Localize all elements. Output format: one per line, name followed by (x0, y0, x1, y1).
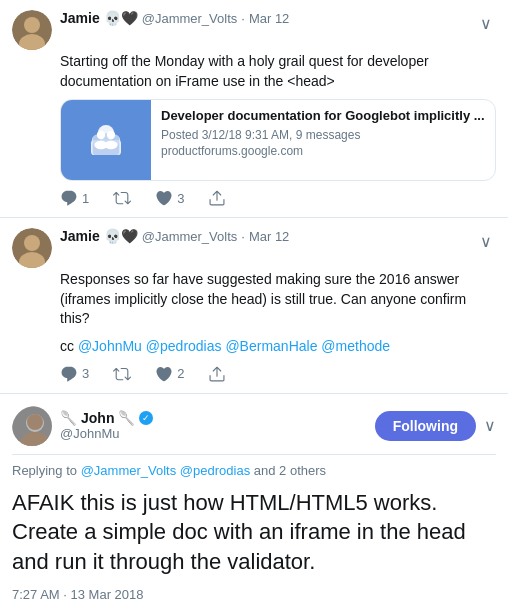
tweet2-retweet-btn[interactable] (113, 365, 131, 383)
tweet2-actions: 3 2 (60, 365, 496, 383)
john-emoji-after: 🥄 (118, 410, 135, 426)
tweet2-text: Responses so far have suggested making s… (60, 270, 496, 329)
tweet-2: Jamie 💀🖤 @Jammer_Volts · Mar 12 ∨ Respon… (0, 218, 508, 393)
tweet1-chevron[interactable]: ∨ (476, 10, 496, 37)
john-chevron[interactable]: ∨ (484, 416, 496, 435)
john-right: Following ∨ (375, 411, 496, 441)
tweet2-chevron[interactable]: ∨ (476, 228, 496, 255)
john-tweet-header: 🥄 John 🥄 ✓ @JohnMu Following ∨ (12, 406, 496, 455)
tweet2-mentions: cc @JohnMu @pedrodias @BermanHale @metho… (60, 337, 496, 357)
john-emoji-before: 🥄 (60, 410, 77, 426)
svg-point-1 (24, 17, 40, 33)
svg-point-10 (107, 131, 115, 139)
svg-point-9 (97, 131, 105, 139)
reply-to-text: Replying to @Jammer_Volts @pedrodias and… (12, 455, 496, 484)
reply-mention-jammer[interactable]: @Jammer_Volts (81, 463, 177, 478)
user-name-jamie1: Jamie (60, 10, 100, 26)
avatar-john (12, 406, 52, 446)
tweet1-actions: 1 3 (60, 189, 496, 207)
card-image (61, 100, 151, 180)
card-domain: productforums.google.com (161, 144, 485, 158)
tweet2-like-count: 2 (177, 366, 184, 381)
reply-mention-pedrodias[interactable]: @pedrodias (180, 463, 250, 478)
mention-pedrodias[interactable]: @pedrodias (146, 338, 222, 354)
john-left: 🥄 John 🥄 ✓ @JohnMu (12, 406, 153, 446)
tweet1-text: Starting off the Monday with a holy grai… (60, 52, 496, 91)
tweet-date-val-2: Mar 12 (249, 229, 289, 244)
tweet-date-1: · (241, 11, 245, 26)
tweet2-like-btn[interactable]: 2 (155, 365, 184, 383)
tweet-1: Jamie 💀🖤 @Jammer_Volts · Mar 12 ∨ Starti… (0, 0, 508, 218)
tweet2-mail-btn[interactable] (208, 365, 226, 383)
card-title: Developer documentation for Googlebot im… (161, 108, 485, 125)
tweet-sep-2: · (241, 229, 245, 244)
tweet2-comment-count: 3 (82, 366, 89, 381)
svg-point-19 (27, 414, 43, 430)
john-tweet-text: AFAIK this is just how HTML/HTML5 works.… (12, 484, 496, 587)
tweet2-comment-btn[interactable]: 3 (60, 365, 89, 383)
john-tweet: 🥄 John 🥄 ✓ @JohnMu Following ∨ Replying … (0, 394, 508, 600)
following-button[interactable]: Following (375, 411, 476, 441)
user-name-jamie2: Jamie (60, 228, 100, 244)
avatar-jamie2 (12, 228, 52, 268)
card-content: Developer documentation for Googlebot im… (151, 100, 495, 180)
user-handle-jamie2: @Jammer_Volts (142, 229, 238, 244)
mention-johnmu[interactable]: @JohnMu (78, 338, 142, 354)
avatar-jamie1 (12, 10, 52, 50)
user-emoji-jamie1: 💀🖤 (104, 10, 138, 26)
svg-point-12 (104, 141, 117, 149)
john-handle: @JohnMu (60, 426, 153, 441)
john-tweet-body: Replying to @Jammer_Volts @pedrodias and… (12, 455, 496, 600)
card-meta: Posted 3/12/18 9:31 AM, 9 messages (161, 128, 485, 142)
tweet1-comment-count: 1 (82, 191, 89, 206)
tweet1-retweet-btn[interactable] (113, 189, 131, 207)
mention-bermanhale[interactable]: @BermanHale (225, 338, 317, 354)
verified-badge: ✓ (139, 411, 153, 425)
user-info-jamie1: Jamie 💀🖤 @Jammer_Volts · Mar 12 (60, 10, 289, 26)
john-tweet-timestamp: 7:27 AM · 13 Mar 2018 (12, 587, 496, 600)
tweet1-like-btn[interactable]: 3 (155, 189, 184, 207)
svg-point-14 (24, 235, 40, 251)
tweet-date-val-1: Mar 12 (249, 11, 289, 26)
john-user-info: 🥄 John 🥄 ✓ @JohnMu (60, 410, 153, 441)
tweet1-mail-btn[interactable] (208, 189, 226, 207)
mention-methode[interactable]: @methode (321, 338, 390, 354)
tweet1-comment-btn[interactable]: 1 (60, 189, 89, 207)
john-name: John (81, 410, 114, 426)
tweet2-body: Responses so far have suggested making s… (60, 270, 496, 382)
tweet1-body: Starting off the Monday with a holy grai… (60, 52, 496, 207)
user-handle-jamie1: @Jammer_Volts (142, 11, 238, 26)
tweet1-like-count: 3 (177, 191, 184, 206)
user-emoji-jamie2: 💀🖤 (104, 228, 138, 244)
tweet1-card[interactable]: Developer documentation for Googlebot im… (60, 99, 496, 181)
user-info-jamie2: Jamie 💀🖤 @Jammer_Volts · Mar 12 (60, 228, 289, 244)
